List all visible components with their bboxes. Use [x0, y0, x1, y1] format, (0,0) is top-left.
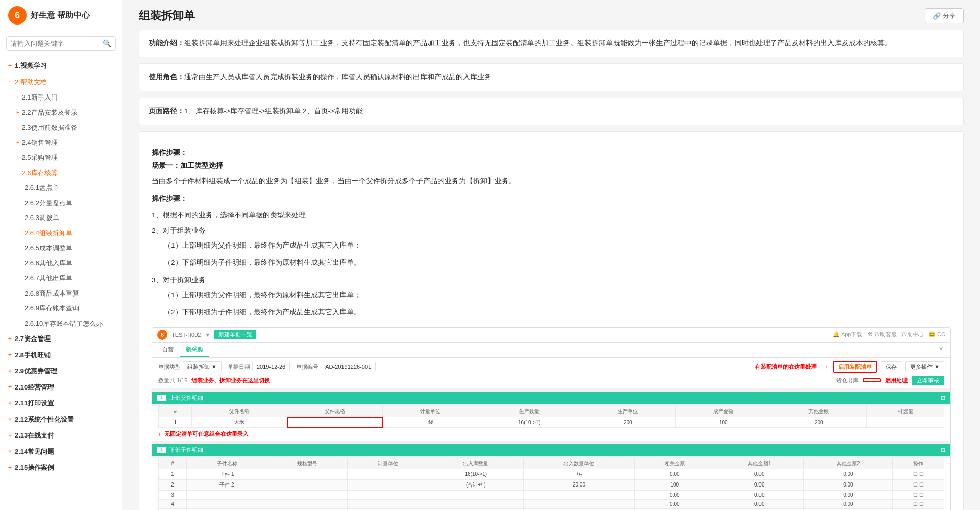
- role-text: 使用角色：通常由生产人员或库管人员完成拆装业务的操作，库管人员确认原材料的出库和…: [149, 71, 954, 83]
- sidebar-item-2-6-3[interactable]: 2.6.3调拨单: [0, 210, 122, 226]
- expand-icon: +: [8, 367, 12, 376]
- step3: 3、对于拆卸业务: [152, 274, 951, 287]
- share-icon: 🔗: [933, 12, 941, 20]
- section2-expand[interactable]: ⊡: [941, 447, 945, 453]
- sidebar-item-label: 2.15操作案例: [15, 463, 54, 473]
- scene1-desc: 当由多个子件材料组装成一个成品的业务为【组装】业务，当由一个父件拆分成多个子产品…: [152, 175, 951, 188]
- annotation3-text: 组装业务、拆卸业务在这里切换: [191, 377, 270, 384]
- sidebar-item-2-6[interactable]: −2.6库存核算: [0, 165, 122, 181]
- sidebar-item-2-6-1[interactable]: 2.6.1盘点单: [0, 180, 122, 196]
- mock-more-btn[interactable]: 更多操作 ▼: [905, 361, 944, 372]
- sidebar-item-help-docs[interactable]: − 2.帮助文档: [0, 74, 122, 90]
- annotation5-area: ↑ 无固定清单可任意组合在这里录入: [158, 430, 944, 438]
- sidebar-item-2-7[interactable]: + 2.7资金管理: [0, 331, 122, 347]
- sidebar-item-2-6-2[interactable]: 2.6.2分量盘点单: [0, 196, 122, 211]
- sidebar-item-2-6-10[interactable]: 2.6.10库存账本错了怎么办: [0, 316, 122, 331]
- collapse-icon: −: [8, 77, 12, 86]
- mock-stockout-input[interactable]: [863, 378, 881, 382]
- sidebar-item-2-14[interactable]: + 2.14常见问题: [0, 444, 122, 460]
- mock-type-select[interactable]: 组装拆卸 ▼: [183, 361, 222, 372]
- mock-tab-caigou[interactable]: 新采购: [180, 343, 209, 357]
- mock-close-btn[interactable]: ✕: [936, 343, 946, 357]
- sidebar-item-2-2[interactable]: +2.2产品安装及登录: [0, 105, 122, 120]
- sidebar-item-2-6-4[interactable]: 2.6.4组装拆卸单: [0, 226, 122, 241]
- logo-text: 好生意 帮助中心: [31, 10, 90, 21]
- mock-count-label: 数量共 1/16: [158, 377, 187, 384]
- sidebar-item-label: 2.12系统个性化设置: [15, 415, 74, 425]
- sidebar-item-2-1[interactable]: +2.1新手入门: [0, 90, 122, 105]
- main-content: 组装拆卸单 🔗 分享 功能介绍：组装拆卸单用来处理企业组装或拆卸等加工业务，支持…: [122, 0, 980, 510]
- share-button[interactable]: 🔗 分享: [925, 8, 964, 23]
- sidebar-item-label: 2.7资金管理: [15, 334, 51, 344]
- mock-top-table-area: # 父件名称 父件规格 计量单位 生产数量 生产单位 成产金额 其他金额 可选值: [152, 406, 950, 441]
- sidebar-item-2-15[interactable]: + 2.15操作案例: [0, 459, 122, 476]
- mock-type-label: 单据类型: [158, 363, 181, 371]
- mock-save-btn[interactable]: 保存: [881, 361, 901, 372]
- step2-1: （1）上部明细为父件明细，最终作为产成品生成其它入库单；: [164, 239, 951, 252]
- step3-2: （2）下部明细为子件明细，最终作为产成品生成其它入库单。: [164, 306, 951, 319]
- sidebar-item-2-13[interactable]: + 2.13在线支付: [0, 427, 122, 444]
- search-icon[interactable]: 🔍: [103, 39, 111, 47]
- mock-annotation1-area: 有装配清单的在这里处理 → 启用装配清单 保存 更多操作 ▼: [382, 361, 944, 373]
- mock-new-btn: 新建单据一览: [214, 330, 256, 339]
- expand-icon: +: [8, 399, 12, 408]
- mock-top-table: # 父件名称 父件规格 计量单位 生产数量 生产单位 成产金额 其他金额 可选值: [158, 406, 944, 428]
- annotation5-label: 无固定清单可任意组合在这里录入: [164, 430, 249, 438]
- mock-nav-icons: 🔔 App下载 🛠 帮助客服 帮助中心 😊 CC: [832, 331, 945, 338]
- intro-block: 功能介绍：组装拆卸单用来处理企业组装或拆卸等加工业务，支持有固定装配清单的产品加…: [139, 30, 964, 57]
- search-input[interactable]: [11, 40, 103, 47]
- sidebar-item-2-9[interactable]: + 2.9优惠券管理: [0, 363, 122, 379]
- mock-enable-bom-btn[interactable]: 启用装配清单: [833, 361, 877, 373]
- content-area: 功能介绍：组装拆卸单用来处理企业组装或拆卸等加工业务，支持有固定装配清单的产品加…: [122, 30, 980, 510]
- expand-icon: +: [8, 415, 12, 424]
- expand-icon: +: [8, 61, 12, 70]
- sidebar-item-2-8[interactable]: + 2.8手机旺铺: [0, 347, 122, 363]
- sidebar-item-2-6-9[interactable]: 2.6.9库存账本查询: [0, 301, 122, 316]
- sidebar-item-2-6-6[interactable]: 2.6.6其他入库单: [0, 256, 122, 271]
- mock-bottom-table-area: # 子件名称 规格型号 计量单位 出入库数量 出入数量单位 相关金额 其他金额1…: [152, 458, 950, 510]
- sidebar-item-2-6-5[interactable]: 2.6.5成本调整单: [0, 240, 122, 256]
- step1: 1、根据不同的业务，选择不同单据的类型来处理: [152, 209, 951, 222]
- expand-icon: +: [8, 447, 12, 456]
- mock-date-value[interactable]: 2019-12-26: [252, 362, 290, 371]
- sidebar-item-2-4[interactable]: +2.4销售管理: [0, 135, 122, 151]
- sidebar-item-label: 2.帮助文档: [15, 77, 47, 87]
- sidebar-item-2-10[interactable]: + 2.10经营管理: [0, 379, 122, 396]
- sidebar-item-video[interactable]: + 1.视频学习: [0, 58, 122, 74]
- expand-icon: +: [8, 431, 12, 440]
- mock-title-bar: 6 TEST-H002 ▼ 新建单据一览 🔔 App下载 🛠 帮助客服 帮助中心…: [152, 328, 950, 343]
- role-block: 使用角色：通常由生产人员或库管人员完成拆装业务的操作，库管人员确认原材料的出库和…: [139, 63, 964, 91]
- sidebar-item-2-5[interactable]: +2.5采购管理: [0, 150, 122, 165]
- intro-content: 组装拆卸单用来处理企业组装或拆卸等加工业务，支持有固定装配清单的产品加工业务，也…: [184, 39, 892, 47]
- mock-app-id: TEST-H002: [172, 332, 201, 338]
- step3-1: （1）上部明细为父件明细，最终作为原材料生成其它出库单；: [164, 288, 951, 302]
- operations-block: 操作步骤： 场景一：加工类型选择 当由多个子件材料组装成一个成品的业务为【组装】…: [139, 131, 964, 510]
- annotation4-text: 启用处理: [885, 377, 908, 384]
- expand-icon: +: [8, 463, 12, 472]
- scene1-title: 场景一：加工类型选择: [152, 161, 951, 171]
- intro-text: 功能介绍：组装拆卸单用来处理企业组装或拆卸等加工业务，支持有固定装配清单的产品加…: [149, 37, 954, 50]
- mock-tab-zizying[interactable]: 自营: [156, 343, 180, 357]
- role-content: 通常由生产人员或库管人员完成拆装业务的操作，库管人员确认原材料的出库和产成品的入…: [184, 73, 492, 81]
- intro-label: 功能介绍：: [149, 39, 184, 47]
- sidebar-item-label: 2.11打印设置: [15, 398, 54, 408]
- role-label: 使用角色：: [149, 73, 184, 81]
- sidebar-item-2-6-8[interactable]: 2.6.8商品成本重算: [0, 286, 122, 301]
- ops-title2: 操作步骤：: [152, 192, 951, 205]
- nav-tree: + 1.视频学习 − 2.帮助文档 +2.1新手入门 +2.2产品安装及登录 +…: [0, 56, 122, 510]
- sidebar-item-2-6-7[interactable]: 2.6.7其他出库单: [0, 271, 122, 286]
- expand-icon: +: [8, 382, 12, 392]
- section1-expand[interactable]: ⊡: [941, 395, 945, 401]
- sidebar-item-label: 2.10经营管理: [15, 382, 54, 393]
- mock-confirm-btn[interactable]: 立即审核: [912, 376, 944, 385]
- step2-2: （2）下部明细为子件明细，最终作为原材料生成其它出库单。: [164, 256, 951, 270]
- path-label: 页面路径：: [149, 107, 184, 115]
- section1-badge: +: [157, 395, 166, 401]
- search-box[interactable]: 🔍: [6, 36, 116, 51]
- mock-docno-value[interactable]: AD-20191226-001: [321, 362, 376, 371]
- sidebar-item-2-3[interactable]: +2.3使用前数据准备: [0, 120, 122, 135]
- sidebar-item-label: 2.14常见问题: [15, 447, 54, 457]
- sidebar-item-2-11[interactable]: + 2.11打印设置: [0, 395, 122, 411]
- sidebar-item-2-12[interactable]: + 2.12系统个性化设置: [0, 411, 122, 428]
- mock-date-label: 单据日期: [228, 363, 250, 371]
